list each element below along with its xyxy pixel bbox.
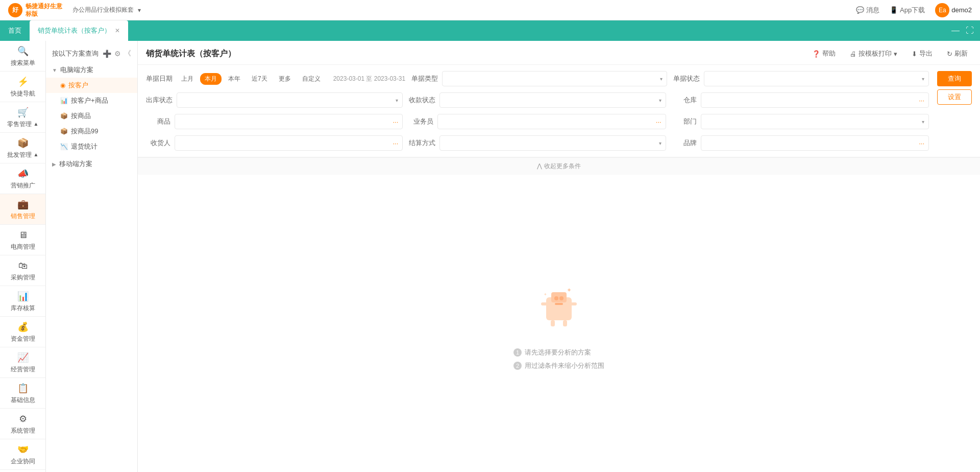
date-tab-last7[interactable]: 近7天: [247, 73, 272, 85]
settings-button[interactable]: 设置: [937, 89, 972, 105]
salesman-row: 业务员 ···: [409, 114, 666, 129]
export-icon: ⬇: [912, 50, 917, 58]
tab-close-btn[interactable]: ✕: [115, 27, 120, 34]
settlement-label: 结算方式: [409, 138, 435, 148]
svg-rect-1: [551, 292, 567, 302]
scheme-add-btn[interactable]: ➕: [103, 50, 111, 58]
retail-icon: 🛒: [17, 106, 29, 119]
date-tabs: 上月 本月 本年 近7天 更多 自定义: [177, 73, 325, 85]
query-button[interactable]: 查询: [937, 71, 972, 86]
scheme-collapse-btn[interactable]: 《: [124, 49, 131, 58]
dept-label: 部门: [672, 117, 697, 126]
mobile-group-arrow-icon: ▶: [52, 161, 56, 167]
purchase-icon: 🛍: [18, 259, 28, 272]
scheme-item-by-customer[interactable]: ◉ 按客户: [46, 78, 137, 93]
scheme-group-desktop-header[interactable]: ▼ 电脑端方案: [46, 62, 137, 78]
sidebar-item-search-menu[interactable]: 🔍 搜索菜单: [0, 41, 45, 72]
top-header-right: 💬 消息 📱 App下载 Ea demo2: [856, 3, 972, 17]
scheme-item-return-stats[interactable]: 📉 退货统计: [46, 139, 137, 154]
date-tab-this-month[interactable]: 本月: [200, 73, 222, 85]
wholesale-arrow-icon: ▲: [34, 151, 39, 158]
doc-status-arrow-icon: ▾: [922, 76, 924, 82]
doc-type-select[interactable]: ▾: [442, 71, 667, 86]
tab-sales-stats[interactable]: 销货单统计表（按客户） ✕: [30, 20, 128, 41]
page-title: 销货单统计表（按客户）: [146, 49, 236, 59]
date-tab-this-year[interactable]: 本年: [224, 73, 245, 85]
refresh-btn[interactable]: ↻ 刷新: [943, 47, 972, 60]
dept-select[interactable]: ▾: [701, 114, 929, 129]
doc-type-row: 单据类型 ▾: [411, 71, 667, 86]
sidebar-item-enterprise[interactable]: 🤝 企业协同: [0, 439, 45, 470]
date-tab-last-month[interactable]: 上月: [177, 73, 198, 85]
sidebar-item-inventory[interactable]: 📊 库存核算: [0, 286, 45, 317]
filter-row2: 出库状态 ▾ 收款状态: [146, 92, 929, 108]
by-customer-goods-icon: 📊: [60, 97, 68, 104]
export-btn[interactable]: ⬇ 导出: [908, 47, 937, 60]
filter-row4: 收货人 ··· 结算方式: [146, 135, 929, 151]
scheme-item-by-customer-goods[interactable]: 📊 按客户+商品: [46, 93, 137, 108]
settlement-select[interactable]: ▾: [439, 135, 666, 151]
svg-rect-7: [551, 320, 555, 326]
scheme-settings-btn[interactable]: ⚙: [114, 50, 121, 58]
sidebar-item-purchase[interactable]: 🛍 采购管理: [0, 255, 45, 286]
scheme-group-desktop: ▼ 电脑端方案 ◉ 按客户 📊 按客户+商品 📦 按商品 📦 按商品99 📉: [46, 62, 137, 154]
sidebar-item-retail[interactable]: 🛒 零售管理 ▲: [0, 102, 45, 133]
enterprise-icon: 🤝: [17, 443, 29, 456]
scheme-panel-title: 按以下方案查询: [52, 49, 99, 58]
refresh-icon: ↻: [947, 50, 952, 58]
tab-bar-right: — ⛶: [949, 24, 980, 37]
scheme-item-by-goods[interactable]: 📦 按商品: [46, 108, 137, 124]
sidebar-item-basic[interactable]: 📋 基础信息: [0, 378, 45, 409]
sidebar-item-sales[interactable]: 💼 销售管理: [0, 194, 45, 225]
doc-status-select[interactable]: ▾: [704, 71, 929, 86]
salesman-label: 业务员: [409, 117, 433, 126]
receiver-input[interactable]: ···: [175, 135, 403, 151]
scheme-group-mobile-header[interactable]: ▶ 移动端方案: [46, 156, 137, 172]
sidebar-item-newbie[interactable]: 🎯 新手引导: [0, 470, 45, 472]
salesman-input[interactable]: ···: [437, 114, 666, 129]
sidebar-item-marketing[interactable]: 📣 营销推广: [0, 163, 45, 194]
sidebar-item-wholesale[interactable]: 📦 批发管理 ▲: [0, 133, 45, 163]
help-btn[interactable]: ❓ 帮助: [808, 47, 840, 60]
empty-tip-row-2: 2 用过滤条件来缩小分析范围: [513, 359, 604, 372]
sidebar-item-finance[interactable]: 💰 资金管理: [0, 317, 45, 347]
warehouse-input[interactable]: ···: [701, 92, 929, 108]
tab-maximize-btn[interactable]: ⛶: [964, 24, 976, 37]
app-download-btn[interactable]: 📱 App下载: [890, 6, 925, 15]
receive-status-select[interactable]: ▾: [439, 92, 666, 108]
search-menu-icon: 🔍: [17, 45, 29, 58]
help-icon: ❓: [812, 50, 820, 58]
message-btn[interactable]: 💬 消息: [856, 6, 879, 15]
settlement-arrow-icon: ▾: [659, 140, 662, 146]
sidebar-item-ecommerce[interactable]: 🖥 电商管理: [0, 225, 45, 255]
empty-tips: 1 请先选择要分析的方案 2 用过滤条件来缩小分析范围: [513, 346, 604, 372]
industry-dropdown[interactable]: ▾: [138, 7, 141, 14]
sidebar-item-operation[interactable]: 📈 经营管理: [0, 347, 45, 378]
tab-minimize-btn[interactable]: —: [949, 24, 962, 37]
collapse-bar[interactable]: ⋀ 收起更多条件: [138, 157, 980, 175]
doc-type-arrow-icon: ▾: [660, 76, 663, 82]
date-tab-more[interactable]: 更多: [274, 73, 296, 85]
out-status-select[interactable]: ▾: [177, 92, 403, 108]
filter-row3: 商品 ··· 业务员 ···: [146, 114, 929, 129]
sidebar-item-quick-nav[interactable]: ⚡ 快捷导航: [0, 72, 45, 102]
sales-icon: 💼: [17, 198, 29, 211]
tab-home[interactable]: 首页: [0, 20, 30, 41]
brand-input[interactable]: ···: [701, 135, 929, 151]
top-header-left: 好 畅捷通好生意 标版 办公用品行业模拟账套 ▾: [8, 3, 141, 17]
svg-rect-4: [555, 303, 563, 305]
doc-type-control: ▾: [442, 71, 667, 86]
filter-area: 单据日期 上月 本月 本年 近7天 更多 自定义 2023-03-01 至 20…: [138, 65, 980, 157]
empty-tip-row-1: 1 请先选择要分析的方案: [513, 346, 604, 359]
desktop-group-arrow-icon: ▼: [52, 67, 57, 73]
filter-actions: 查询 设置: [929, 71, 972, 105]
scheme-item-by-goods-99[interactable]: 📦 按商品99: [46, 124, 137, 139]
sidebar-item-sys[interactable]: ⚙ 系统管理: [0, 409, 45, 439]
date-tab-custom[interactable]: 自定义: [298, 73, 325, 85]
finance-icon: 💰: [17, 321, 29, 334]
goods-input[interactable]: ···: [175, 114, 403, 129]
print-btn[interactable]: 🖨 按模板打印 ▾: [846, 47, 901, 60]
doc-status-row: 单据状态 ▾: [673, 71, 929, 86]
svg-text:✦: ✦: [544, 292, 547, 297]
user-area[interactable]: Ea demo2: [935, 3, 972, 17]
